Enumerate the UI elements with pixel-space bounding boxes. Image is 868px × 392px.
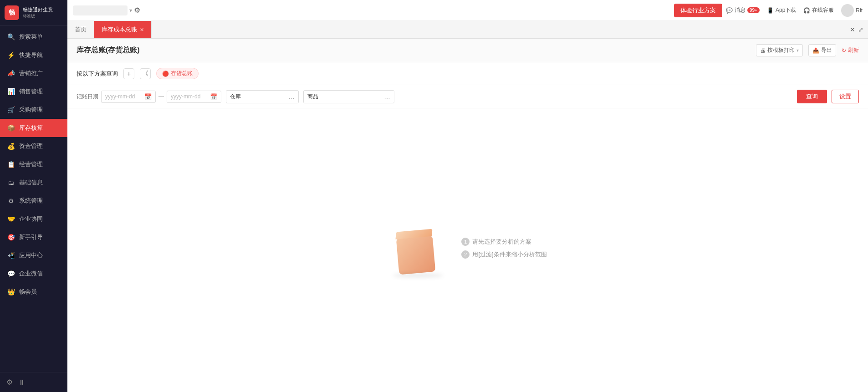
filter-add-button[interactable]: + (123, 68, 134, 79)
page-header: 库存总账(存货总账) 🖨 按模板打印 ▾ 📤 导出 ↻ 刷新 (67, 39, 868, 62)
logo-icon: 畅 (5, 5, 19, 20)
gear-icon: ⚙ (6, 196, 15, 205)
warehouse-more-icon[interactable]: … (288, 93, 295, 100)
sidebar-item-finance[interactable]: 💰 资金管理 (0, 137, 67, 155)
empty-step1-text: 请先选择要分析的方案 (472, 238, 531, 246)
sidebar-item-operation[interactable]: 📋 经营管理 (0, 155, 67, 173)
sidebar-item-member[interactable]: 👑 畅会员 (0, 283, 67, 301)
sidebar-item-search-label: 搜索菜单 (19, 33, 43, 41)
folder-icon: 🗂 (6, 178, 15, 187)
megaphone-icon: 📣 (6, 69, 15, 78)
sidebar-item-system-label: 系统管理 (19, 197, 43, 205)
crown-icon: 👑 (6, 287, 15, 296)
export-button[interactable]: 📤 导出 (808, 44, 836, 56)
sidebar-item-wechat[interactable]: 💬 企业微信 (0, 265, 67, 283)
topbar-right: 💬 消息 99+ 📱 App下载 🎧 在线客服 Rit (726, 4, 863, 17)
tab-home-label: 首页 (75, 26, 87, 33)
sidebar-item-quick-nav[interactable]: ⚡ 快捷导航 (0, 46, 67, 64)
chat-icon: 💬 (6, 269, 15, 278)
box-icon: 📦 (6, 123, 15, 132)
sidebar-item-operation-label: 经营管理 (19, 160, 43, 168)
app-name-block: 畅捷通好生意 标准版 (23, 6, 53, 19)
sidebar-item-sales-label: 销售管理 (19, 87, 43, 96)
goods-field[interactable]: 商品 … (303, 90, 394, 103)
cart-icon: 🛒 (6, 105, 15, 114)
sidebar-item-inventory-label: 库存核算 (19, 124, 43, 132)
sidebar-item-guide[interactable]: 🎯 新手引导 (0, 228, 67, 246)
print-button[interactable]: 🖨 按模板打印 ▾ (756, 44, 803, 56)
headset-icon: 🎧 (803, 7, 810, 14)
refresh-icon: ↻ (842, 47, 846, 54)
topbar: ▾ ⚙ 体验行业方案 💬 消息 99+ 📱 App下载 🎧 在线客服 Rit (67, 0, 868, 21)
tab-close-icon[interactable]: ✕ (140, 27, 144, 33)
date-end-input[interactable]: yyyy-mm-dd 📅 (167, 91, 221, 103)
money-icon: 💰 (6, 142, 15, 151)
date-start-input[interactable]: yyyy-mm-dd 📅 (101, 91, 156, 103)
online-service-label: 在线客服 (812, 6, 834, 14)
sidebar-item-marketing[interactable]: 📣 营销推广 (0, 64, 67, 82)
sidebar-item-basic[interactable]: 🗂 基础信息 (0, 173, 67, 192)
messages-button[interactable]: 💬 消息 99+ (726, 6, 760, 14)
warehouse-field[interactable]: 仓库 … (226, 90, 299, 103)
sidebar-item-apps[interactable]: 📲 应用中心 (0, 246, 67, 265)
sidebar-item-purchase-label: 采购管理 (19, 106, 43, 114)
main-area: ▾ ⚙ 体验行业方案 💬 消息 99+ 📱 App下载 🎧 在线客服 Rit (67, 0, 868, 392)
topbar-settings-icon[interactable]: ⚙ (134, 6, 140, 15)
filter-bar: 按以下方案查询 + 《 🔴 存货总账 (67, 62, 868, 85)
empty-box-graphic (396, 235, 436, 275)
export-icon: 📤 (812, 47, 819, 54)
sidebar-item-apps-label: 应用中心 (19, 251, 43, 260)
sidebar-item-basic-label: 基础信息 (19, 178, 43, 187)
message-icon: 💬 (726, 7, 733, 14)
empty-illustration (388, 223, 443, 278)
app-download-label: App下载 (776, 6, 796, 14)
refresh-button[interactable]: ↻ 刷新 (842, 46, 859, 54)
sidebar-item-wechat-label: 企业微信 (19, 270, 43, 278)
page-area: 库存总账(存货总账) 🖨 按模板打印 ▾ 📤 导出 ↻ 刷新 按以下方案查询 (67, 39, 868, 392)
sidebar-item-sales[interactable]: 📊 销售管理 (0, 82, 67, 101)
sidebar-footer: ⚙ ⏸ (0, 372, 67, 392)
breadcrumb-input[interactable] (73, 5, 128, 15)
panel-resize-icon[interactable]: ⤢ (858, 26, 863, 33)
settings-button[interactable]: 设置 (832, 90, 859, 103)
collapse-footer-icon[interactable]: ⏸ (18, 378, 26, 387)
calendar-end-icon[interactable]: 📅 (210, 93, 217, 100)
scheme-icon: 🔴 (162, 71, 169, 77)
app-download-button[interactable]: 📱 App下载 (767, 6, 796, 14)
empty-step2-text: 用[过滤]条件来缩小分析范围 (472, 250, 546, 259)
filter-scheme[interactable]: 🔴 存货总账 (156, 68, 199, 79)
chevron-down-icon: ▾ (129, 7, 132, 14)
industry-solution-button[interactable]: 体验行业方案 (674, 4, 722, 17)
tab-inventory-ledger[interactable]: 库存成本总账 ✕ (94, 21, 152, 38)
panel-maximize-icon[interactable]: ✕ (850, 26, 855, 33)
query-button[interactable]: 查询 (797, 90, 827, 103)
warehouse-label: 仓库 (230, 93, 241, 101)
sidebar-item-corp[interactable]: 🤝 企业协同 (0, 210, 67, 228)
app-version: 标准版 (23, 13, 53, 19)
goods-more-icon[interactable]: … (384, 93, 390, 100)
clipboard-icon: 📋 (6, 160, 15, 169)
empty-shadow (393, 273, 443, 278)
tab-home[interactable]: 首页 (67, 21, 94, 38)
date-separator: — (158, 93, 164, 100)
sidebar-nav: 🔍 搜索菜单 ⚡ 快捷导航 📣 营销推广 📊 销售管理 🛒 采购管理 📦 库存核… (0, 26, 67, 372)
settings-footer-icon[interactable]: ⚙ (6, 378, 13, 387)
sidebar-item-purchase[interactable]: 🛒 采购管理 (0, 101, 67, 119)
sidebar-item-guide-label: 新手引导 (19, 233, 43, 241)
handshake-icon: 🤝 (6, 214, 15, 224)
sidebar-item-system[interactable]: ⚙ 系统管理 (0, 192, 67, 210)
sidebar-item-marketing-label: 营销推广 (19, 69, 43, 77)
calendar-start-icon[interactable]: 📅 (144, 93, 152, 100)
filter-collapse-button[interactable]: 《 (140, 68, 151, 79)
mobile-icon: 📲 (6, 251, 15, 260)
scheme-tag[interactable]: 🔴 存货总账 (156, 68, 199, 79)
user-profile[interactable]: Rit (841, 4, 863, 17)
sidebar-item-inventory[interactable]: 📦 库存核算 (0, 119, 67, 137)
sidebar-item-search[interactable]: 🔍 搜索菜单 (0, 28, 67, 46)
step2-number: 2 (461, 250, 470, 259)
online-service-button[interactable]: 🎧 在线客服 (803, 6, 834, 14)
sidebar-item-quick-nav-label: 快捷导航 (19, 51, 43, 59)
user-avatar (841, 4, 854, 17)
scheme-label: 存货总账 (171, 70, 193, 77)
page-title: 库存总账(存货总账) (77, 46, 140, 55)
